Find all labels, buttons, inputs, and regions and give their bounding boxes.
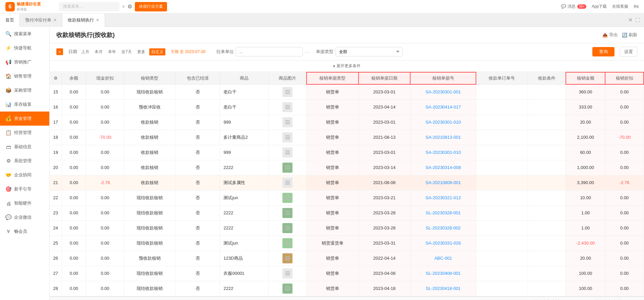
partner-input[interactable] [236,47,303,56]
bill-type-select[interactable]: 全部 销货单 销货退货单 [335,47,402,56]
row-bill-no[interactable]: SA-20230414-017 [410,99,476,115]
expand-more-btn[interactable]: ▾ 展开更多条件 [333,62,361,70]
custom-date-btn[interactable]: 自定义 [149,48,165,55]
bill-no-link[interactable]: SA-20230414-017 [426,104,461,110]
bill-no-link[interactable]: SA-20230314-008 [426,165,461,170]
table-row: 15 0.00 0.00 现结收款核销 否 老白干 🖼 销货单 2023-03-… [50,84,644,99]
col-settings[interactable]: ⚙ [50,72,62,84]
row-bill-type: 销货单 [307,220,359,235]
filter-expand-btn[interactable]: » [56,48,63,55]
row-cash-discount: 0.00 [86,145,124,160]
export-btn[interactable]: 📤 导出 [602,32,618,38]
industry-btn[interactable]: 休假行业方案 [135,2,167,11]
user-name[interactable]: Rit [634,4,639,9]
sidebar-item-marketing[interactable]: 📢 营销推广 [0,55,49,69]
bill-no-link[interactable]: SA-20230301-001 [426,89,461,94]
bill-no-link[interactable]: SL-20230328-001 [426,210,461,215]
expand-more-bar: ▾ 展开更多条件 [50,60,644,72]
row-bill-no[interactable]: SA-20210808-001 [410,175,476,190]
export-icon: 📤 [602,33,608,38]
row-bill-no[interactable]: SL-20230328-002 [410,220,476,235]
sidebar-item-collab[interactable]: 🤝 企业协同 [0,168,49,182]
tab-prepay[interactable]: 预付冲应付单 ✕ [20,13,62,27]
row-verify-type: 预收冲应收 [124,99,175,115]
row-bill-no[interactable]: SA-20230314-008 [410,160,476,175]
app-edition: 标准版 [17,7,41,12]
sidebar-item-member[interactable]: V 畅会员 [0,224,49,239]
row-product-img: 🖼 [268,160,307,175]
bill-no-link[interactable]: SA-20210808-001 [426,180,461,185]
bill-no-link[interactable]: SA-20230301-010 [426,120,461,125]
table-row: 27 0.00 0.00 现结收款核销 否 衣服00001 🖼 销货单 2023… [50,266,644,281]
sidebar-item-basics[interactable]: 🗃 基础信息 [0,140,49,154]
row-discount-amt: 0.00 [605,281,644,296]
date-btn-this-month[interactable]: 本月 [93,48,105,55]
sidebar-item-finance[interactable]: 💰 资金管理 [0,112,49,126]
row-bill-no[interactable]: SA-20210813-001 [410,130,476,145]
row-product-img: 🖼 [268,145,307,160]
row-product: 2222 [220,160,268,175]
row-bill-no[interactable]: ABC-001 [410,251,476,266]
date-btn-last-month[interactable]: 上月 [79,48,91,55]
sidebar-item-sales[interactable]: 🏠 销售管理 [0,69,49,83]
logo-icon: 6 [5,2,15,11]
bill-no-link[interactable]: SL-20230408-001 [426,271,461,276]
table-footer: 核销金额合计: 40,556,66... 核销折扣合计: 952.24 [50,296,644,300]
sidebar-item-guide[interactable]: 🎯 新手引导 [0,182,49,196]
refresh-btn[interactable]: 🔄 刷新 [622,32,637,38]
row-bill-no[interactable]: SA-20230331-026 [410,235,476,251]
query-btn[interactable]: 查询 [592,47,614,56]
row-bill-no[interactable]: SA-20230301-010 [410,115,476,130]
bill-no-link[interactable]: SA-20230321-012 [426,195,461,200]
sidebar-item-hardware[interactable]: 🖨 智能硬件 [0,196,49,210]
close-window-icon[interactable]: ✕ [628,17,633,23]
bill-no-link[interactable]: SA-20210813-001 [426,135,461,140]
date-btn-more[interactable]: 更多 [135,48,147,55]
sidebar-item-search[interactable]: 🔍 搜索菜单 [0,27,49,41]
bill-no-link[interactable]: ABC-001 [434,256,452,261]
table-body: 15 0.00 0.00 现结收款核销 否 老白干 🖼 销货单 2023-03-… [50,84,644,296]
tab-home[interactable]: 首页 [0,13,20,27]
date-btn-7days[interactable]: 近7天 [119,48,134,55]
sidebar-item-purchase[interactable]: 📦 采购管理 [0,83,49,97]
row-bill-no[interactable]: SL-20230408-001 [410,266,476,281]
row-bill-no[interactable]: SA-20230301-010 [410,145,476,160]
date-btn-this-year[interactable]: 本年 [106,48,118,55]
sidebar-item-inventory[interactable]: 📊 库存核算 [0,97,49,112]
row-payment-cond [528,251,566,266]
settings-icon[interactable]: ⚙ [127,3,132,10]
col-verify-type: 核销类型 [124,72,175,84]
app-download-btn[interactable]: App下载 [592,4,607,9]
maximize-icon[interactable]: ⛶ [635,17,640,23]
tab-verify-close[interactable]: ✕ [96,18,99,23]
table-area[interactable]: ⚙ 余额 现金折扣 核销类型 包含已结清 商品 商品图片 核销单据类型 核销单据… [50,72,644,300]
bill-no-link[interactable]: SL-20230328-002 [426,225,461,230]
row-bill-no[interactable]: SA-20230301-001 [410,84,476,99]
row-balance: 0.00 [62,145,86,160]
row-bill-no[interactable]: SA-20230321-012 [410,190,476,205]
sidebar-item-operations[interactable]: 📋 经营管理 [0,126,49,140]
filter-settings-btn[interactable]: 设置 [620,47,637,57]
row-cash-discount: 0.00 [86,190,124,205]
row-discount-amt: 0.00 [605,235,644,251]
sidebar-item-quicknav[interactable]: ⚡ 快捷导航 [0,41,49,55]
tab-verify[interactable]: 收款核销执行 ✕ [62,13,105,27]
row-bill-date: 2021-08-13 [359,130,411,145]
bill-no-link[interactable]: SL-20230418-001 [426,286,461,291]
row-amount: 1.00 [566,220,605,235]
online-service-btn[interactable]: 在线客服 [612,4,628,9]
row-bill-no[interactable]: SL-20230418-001 [410,281,476,296]
row-bill-date: 2023-03-28 [359,220,411,235]
row-verify-type: 现结收款核销 [124,281,175,296]
row-id: 23 [50,205,62,220]
bill-no-link[interactable]: SA-20230331-026 [426,241,461,246]
row-bill-no[interactable]: SL-20230328-001 [410,205,476,220]
product-image: 🖼 [282,208,292,218]
messages-btn[interactable]: 💬 消息 99+ [561,4,586,9]
sidebar-item-wechat[interactable]: 💬 企业微信 [0,210,49,224]
bill-no-link[interactable]: SA-20230301-010 [426,150,461,155]
tab-prepay-close[interactable]: ✕ [53,18,57,23]
sidebar-item-system[interactable]: ⚙ 系统管理 [0,154,49,168]
hardware-icon: 🖨 [5,200,11,206]
row-included: 否 [175,145,220,160]
